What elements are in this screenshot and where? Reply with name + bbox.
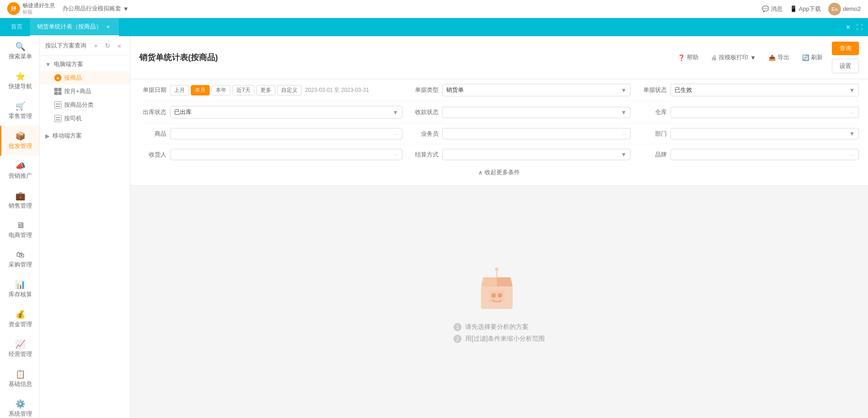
sidebar-item-inventory-label: 库存核算 <box>5 290 36 299</box>
date-btn-more[interactable]: 更多 <box>256 85 275 95</box>
tab-close-icon[interactable]: ✕ <box>104 23 112 30</box>
svg-marker-3 <box>481 277 497 286</box>
scheme-group-mobile-header[interactable]: ▶ 移动端方案 <box>40 129 130 142</box>
sidebar-item-search-label: 搜索菜单 <box>5 52 36 61</box>
settlement-select[interactable]: ▼ <box>442 149 631 160</box>
sidebar-item-sales[interactable]: 💼 销售管理 <box>0 185 39 215</box>
sidebar-item-finance[interactable]: 💰 资金管理 <box>0 304 39 334</box>
print-btn[interactable]: 🖨 按模板打印 ▼ <box>708 52 760 63</box>
scheme-item-by-goods[interactable]: ● 按商品 <box>40 71 130 85</box>
out-status-arrow-icon: ▼ <box>392 109 398 116</box>
print-arrow-icon: ▼ <box>750 54 756 61</box>
sidebar: 🔍 搜索菜单 ⭐ 快捷导航 🛒 零售管理 📦 批发管理 📣 营销推广 💼 销售管… <box>0 36 40 418</box>
goods-select[interactable]: ··· <box>170 128 402 139</box>
query-button[interactable]: 查询 <box>832 42 859 55</box>
tab-home[interactable]: 首页 <box>4 18 30 36</box>
scheme-collapse-btn[interactable]: « <box>114 41 124 51</box>
scheme-group-mobile: ▶ 移动端方案 <box>40 127 130 144</box>
doc-status-value: 已生效 <box>675 86 692 94</box>
sidebar-item-purchase[interactable]: 🛍 采购管理 <box>0 245 39 274</box>
warehouse-filter-group: 仓库 ··· <box>640 107 859 118</box>
tab-close-all-icon[interactable]: ✕ <box>844 22 853 33</box>
out-status-label: 出库状态 <box>139 108 166 116</box>
workspace-selector[interactable]: 办公用品行业模拟账套 ▼ <box>59 3 132 14</box>
tab-home-label: 首页 <box>11 23 23 31</box>
out-status-value: 已出库 <box>174 108 192 116</box>
sidebar-item-retail[interactable]: 🛒 零售管理 <box>0 96 39 126</box>
department-select[interactable]: ▼ <box>670 128 859 139</box>
logo-area: 好 畅捷通好生意 标版 <box>7 2 55 15</box>
message-icon: 💬 <box>762 5 769 12</box>
export-btn[interactable]: 📤 导出 <box>765 52 793 63</box>
scheme-group-mobile-label: 移动端方案 <box>52 132 82 140</box>
sidebar-item-operations[interactable]: 📈 经营管理 <box>0 334 39 364</box>
collection-status-select[interactable]: ▼ <box>442 107 631 118</box>
sidebar-item-wholesale[interactable]: 📦 批发管理 <box>0 126 39 156</box>
department-label: 部门 <box>640 130 667 138</box>
help-btn[interactable]: ❓ 帮助 <box>674 52 702 63</box>
basic-info-icon: 📋 <box>5 369 36 379</box>
inventory-icon: 📊 <box>5 280 36 290</box>
scheme-group-desktop-header[interactable]: ▼ 电脑端方案 <box>40 57 130 71</box>
collection-status-arrow-icon: ▼ <box>621 109 627 116</box>
sidebar-item-inventory[interactable]: 📊 库存核算 <box>0 274 39 304</box>
empty-hints: 1 请先选择要分析的方案 2 用[过滤]条件来缩小分析范围 <box>453 323 545 343</box>
refresh-btn[interactable]: 🔄 刷新 <box>798 52 826 63</box>
tab-expand-icon[interactable]: ⛶ <box>854 22 864 33</box>
salesperson-filter-group: 业务员 ··· <box>411 128 631 139</box>
app-download-action[interactable]: 📱 App下载 <box>790 5 821 13</box>
scheme-item-by-category[interactable]: 按商品分类 <box>40 98 130 112</box>
warehouse-select[interactable]: ··· <box>670 107 859 118</box>
settings-button[interactable]: 设置 <box>832 59 859 73</box>
brand-dots-icon[interactable]: ··· <box>850 151 855 158</box>
date-btn-this-year[interactable]: 本年 <box>212 85 231 95</box>
svg-rect-4 <box>489 290 505 303</box>
tab-sales-report[interactable]: 销货单统计表（按商品） ✕ <box>30 18 119 36</box>
hint-text-1: 请先选择要分析的方案 <box>465 323 528 331</box>
doc-status-select[interactable]: 已生效 ▼ <box>670 84 859 96</box>
sidebar-item-marketing[interactable]: 📣 营销推广 <box>0 156 39 185</box>
warehouse-dots-icon[interactable]: ··· <box>850 109 855 116</box>
date-btn-this-month[interactable]: 本月 <box>191 85 210 95</box>
filter-row-4: 收货人 ··· 结算方式 ▼ 品牌 <box>139 144 859 165</box>
sidebar-item-ecommerce[interactable]: 🖥 电商管理 <box>0 215 39 245</box>
refresh-label: 刷新 <box>811 53 823 62</box>
scheme-item-by-month-goods[interactable]: 按月+商品 <box>40 85 130 98</box>
date-btn-custom[interactable]: 自定义 <box>277 85 302 95</box>
brand-select[interactable]: ··· <box>670 149 859 160</box>
date-btn-7days[interactable]: 近7天 <box>232 85 255 95</box>
collapse-button[interactable]: ∧ 收起更多条件 <box>478 168 520 176</box>
doc-type-select[interactable]: 销货单 ▼ <box>442 84 631 96</box>
user-action[interactable]: Ea demo2 <box>828 3 861 15</box>
goods-dots-icon[interactable]: ··· <box>393 130 398 137</box>
date-range-value: 2023-03-01 至 2023-03-31 <box>305 86 369 94</box>
operations-icon: 📈 <box>5 339 36 349</box>
empty-hint-1: 1 请先选择要分析的方案 <box>453 323 545 331</box>
scheme-add-btn[interactable]: + <box>91 41 101 51</box>
scheme-item-month-icon <box>54 88 61 95</box>
sidebar-item-basic-info[interactable]: 📋 基础信息 <box>0 364 39 394</box>
out-status-select[interactable]: 已出库 ▼ <box>170 106 402 119</box>
sidebar-item-quicknav-label: 快捷导航 <box>5 82 36 90</box>
sidebar-item-system[interactable]: ⚙️ 系统管理 <box>0 394 39 418</box>
receiver-select[interactable]: ··· <box>170 149 402 160</box>
svg-point-5 <box>491 293 496 298</box>
salesperson-select[interactable]: ··· <box>442 128 631 139</box>
scheme-item-by-driver[interactable]: 按司机 <box>40 112 130 125</box>
tab-sales-report-label: 销货单统计表（按商品） <box>37 23 102 31</box>
empty-illustration <box>472 261 526 316</box>
message-action[interactable]: 💬 消息 <box>762 5 783 13</box>
logo-text: 畅捷通好生意 <box>23 2 55 9</box>
receiver-dots-icon[interactable]: ··· <box>393 151 398 158</box>
sidebar-item-search[interactable]: 🔍 搜索菜单 <box>0 36 39 66</box>
scheme-item-month-goods-label: 按月+商品 <box>64 87 91 95</box>
sidebar-item-system-label: 系统管理 <box>5 410 36 418</box>
date-btn-last-month[interactable]: 上月 <box>170 85 189 95</box>
sidebar-item-wholesale-label: 批发管理 <box>5 142 36 150</box>
sidebar-item-sales-label: 销售管理 <box>5 202 36 210</box>
salesperson-dots-icon[interactable]: ··· <box>622 130 627 137</box>
refresh-icon: 🔄 <box>802 54 809 61</box>
user-avatar: Ea <box>828 3 841 15</box>
scheme-refresh-btn[interactable]: ↻ <box>103 41 113 51</box>
sidebar-item-quicknav[interactable]: ⭐ 快捷导航 <box>0 66 39 96</box>
